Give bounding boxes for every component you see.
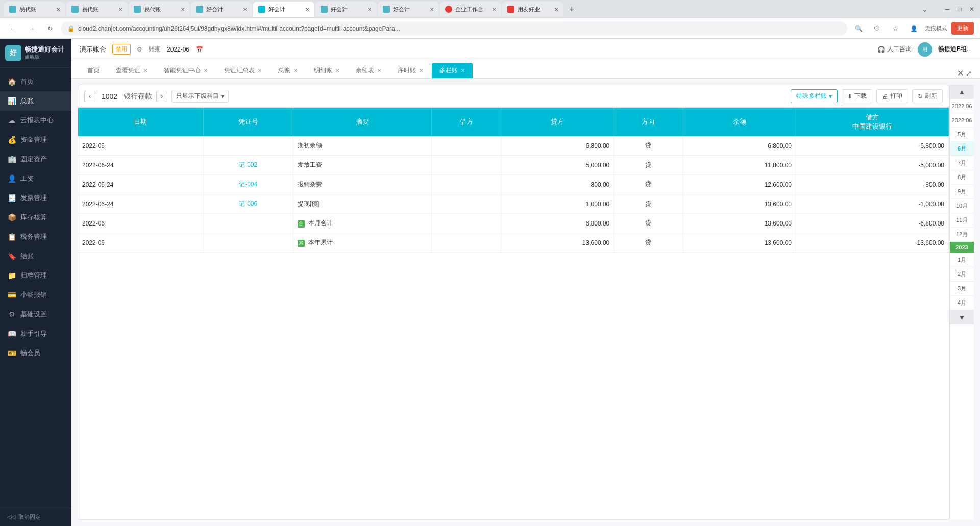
tab-balance[interactable]: 余额表 ✕ bbox=[348, 63, 389, 78]
tab-detail-ledger[interactable]: 明细账 ✕ bbox=[306, 63, 347, 78]
maximize-btn[interactable]: □ bbox=[955, 5, 964, 13]
search-btn[interactable]: 🔍 bbox=[851, 21, 866, 36]
tab-balance-close[interactable]: ✕ bbox=[377, 68, 381, 73]
update-button[interactable]: 更新 bbox=[951, 22, 974, 35]
browser-tab-1[interactable]: 易代账 ✕ bbox=[4, 2, 65, 17]
sidebar-item-expense[interactable]: 💳 小畅报销 bbox=[0, 285, 71, 305]
browser-tab-3[interactable]: 易代账 ✕ bbox=[129, 2, 190, 17]
cell-voucher bbox=[203, 136, 293, 156]
tab-multi-column[interactable]: 多栏账 ✕ bbox=[432, 63, 473, 78]
sidebar-item-tax[interactable]: 📋 税务管理 bbox=[0, 227, 71, 246]
tab-bar-expand[interactable]: ⤢ bbox=[966, 69, 972, 78]
month-6-active[interactable]: 6月 bbox=[950, 142, 974, 156]
demo-badge[interactable]: 禁用 bbox=[112, 44, 131, 55]
tab-sequence-ledger-close[interactable]: ✕ bbox=[419, 68, 423, 73]
sidebar-unpin[interactable]: ◁◁ 取消固定 bbox=[0, 508, 71, 526]
calendar-icon[interactable]: 📅 bbox=[195, 46, 203, 53]
tab-voucher-summary-close[interactable]: ✕ bbox=[258, 68, 262, 73]
consulting-button[interactable]: 🎧 人工咨询 bbox=[877, 45, 912, 54]
month-12[interactable]: 12月 bbox=[950, 228, 974, 242]
tab-close-4[interactable]: ✕ bbox=[243, 7, 247, 12]
tab-multi-column-close[interactable]: ✕ bbox=[461, 68, 465, 73]
month-2022-06-top[interactable]: 2022.06 bbox=[950, 99, 974, 113]
sidebar-item-payroll[interactable]: 👤 工资 bbox=[0, 169, 71, 188]
tab-voucher-view-close[interactable]: ✕ bbox=[143, 68, 148, 73]
tab-voucher-summary[interactable]: 凭证汇总表 ✕ bbox=[216, 63, 270, 78]
tab-label-2: 易代账 bbox=[82, 6, 115, 13]
tab-close-5[interactable]: ✕ bbox=[305, 7, 309, 12]
shield-btn[interactable]: 🛡 bbox=[870, 21, 884, 36]
tab-close-1[interactable]: ✕ bbox=[56, 7, 60, 12]
tab-smart-voucher-close[interactable]: ✕ bbox=[204, 68, 208, 73]
tab-close-8[interactable]: ✕ bbox=[492, 7, 496, 12]
browser-tab-4[interactable]: 好会计 ✕ bbox=[191, 2, 252, 17]
next-account-btn[interactable]: › bbox=[156, 91, 167, 102]
month-2023-1[interactable]: 1月 bbox=[950, 253, 974, 267]
sidebar-item-member[interactable]: 🎫 畅会员 bbox=[0, 343, 71, 363]
refresh-btn[interactable]: ↻ 刷新 bbox=[912, 89, 943, 103]
tab-close-3[interactable]: ✕ bbox=[181, 7, 185, 12]
profile-btn[interactable]: 👤 bbox=[906, 21, 921, 36]
forward-button[interactable]: → bbox=[24, 21, 39, 36]
month-nav-up[interactable]: ▲ bbox=[950, 85, 974, 99]
browser-tab-6[interactable]: 好会计 ✕ bbox=[315, 2, 377, 17]
tab-close-9[interactable]: ✕ bbox=[554, 7, 558, 12]
sidebar-item-invoice[interactable]: 🧾 发票管理 bbox=[0, 188, 71, 208]
settings-gear-icon[interactable]: ⚙ bbox=[137, 46, 142, 53]
month-10[interactable]: 10月 bbox=[950, 199, 974, 213]
month-9[interactable]: 9月 bbox=[950, 185, 974, 199]
back-button[interactable]: ← bbox=[6, 21, 20, 36]
month-nav-down[interactable]: ▼ bbox=[950, 310, 974, 324]
tab-close-2[interactable]: ✕ bbox=[118, 7, 122, 12]
browser-tab-2[interactable]: 易代账 ✕ bbox=[66, 2, 128, 17]
sidebar-item-guide[interactable]: 📖 新手引导 bbox=[0, 324, 71, 343]
sidebar-item-asset[interactable]: 🏢 固定资产 bbox=[0, 149, 71, 169]
sub-filter-dropdown[interactable]: 只显示下级科目 ▾ bbox=[172, 90, 229, 103]
browser-tab-8[interactable]: 企业工作台 ✕ bbox=[440, 2, 501, 17]
print-btn[interactable]: 🖨 打印 bbox=[876, 89, 908, 103]
browser-tab-9[interactable]: 用友好业 ✕ bbox=[502, 2, 564, 17]
sidebar-item-archive[interactable]: 📁 归档管理 bbox=[0, 266, 71, 285]
tab-close-6[interactable]: ✕ bbox=[368, 7, 372, 12]
tab-smart-voucher[interactable]: 智能凭证中心 ✕ bbox=[156, 63, 215, 78]
voucher-link[interactable]: 记-006 bbox=[239, 200, 257, 207]
sidebar-item-ledger[interactable]: 📊 总账 bbox=[0, 91, 71, 111]
browser-tab-7[interactable]: 好会计 ✕ bbox=[378, 2, 439, 17]
browser-tab-5[interactable]: 好会计 ✕ bbox=[253, 2, 314, 17]
month-5[interactable]: 5月 bbox=[950, 128, 974, 142]
voucher-link[interactable]: 记-004 bbox=[239, 181, 257, 188]
tab-home[interactable]: 首页 bbox=[80, 63, 107, 78]
month-11[interactable]: 11月 bbox=[950, 213, 974, 228]
voucher-link[interactable]: 记-002 bbox=[239, 161, 257, 168]
reload-button[interactable]: ↻ bbox=[43, 21, 57, 36]
tab-close-7[interactable]: ✕ bbox=[430, 7, 434, 12]
tab-voucher-view[interactable]: 查看凭证 ✕ bbox=[108, 63, 155, 78]
sidebar-item-home[interactable]: 🏠 首页 bbox=[0, 72, 71, 91]
new-tab-button[interactable]: + bbox=[565, 2, 579, 16]
prev-account-btn[interactable]: ‹ bbox=[84, 91, 95, 102]
special-ledger-btn[interactable]: 特殊多栏账 ▾ bbox=[791, 89, 838, 103]
minimize-btn[interactable]: ─ bbox=[943, 5, 951, 13]
month-2023-4[interactable]: 4月 bbox=[950, 296, 974, 310]
month-7[interactable]: 7月 bbox=[950, 156, 974, 170]
sidebar-item-cloud[interactable]: ☁ 云报表中心 bbox=[0, 111, 71, 130]
tab-list-btn[interactable]: ⌄ bbox=[919, 3, 931, 15]
close-btn[interactable]: ✕ bbox=[968, 5, 976, 13]
tab-detail-ledger-close[interactable]: ✕ bbox=[335, 68, 339, 73]
month-8[interactable]: 8月 bbox=[950, 170, 974, 185]
sidebar-item-fund[interactable]: 💰 资金管理 bbox=[0, 130, 71, 149]
address-bar[interactable]: 🔒 cloud2.chanjet.com/accounting/uh26t264… bbox=[61, 21, 847, 36]
period-display[interactable]: 2022.06 bbox=[950, 113, 974, 128]
cell-summary: 报销杂费 bbox=[293, 175, 432, 194]
sidebar-item-inventory[interactable]: 📦 库存核算 bbox=[0, 208, 71, 227]
tab-general-ledger-close[interactable]: ✕ bbox=[293, 68, 298, 73]
month-2023-3[interactable]: 3月 bbox=[950, 282, 974, 296]
bookmark-btn[interactable]: ☆ bbox=[888, 21, 902, 36]
tab-bar-close[interactable]: ✕ bbox=[957, 68, 964, 78]
month-2023-2[interactable]: 2月 bbox=[950, 267, 974, 282]
tab-general-ledger[interactable]: 总账 ✕ bbox=[271, 63, 305, 78]
sidebar-item-settings[interactable]: ⚙ 基础设置 bbox=[0, 305, 71, 324]
tab-sequence-ledger[interactable]: 序时账 ✕ bbox=[390, 63, 431, 78]
download-btn[interactable]: ⬇ 下载 bbox=[842, 89, 872, 103]
sidebar-item-close[interactable]: 🔖 结账 bbox=[0, 246, 71, 266]
